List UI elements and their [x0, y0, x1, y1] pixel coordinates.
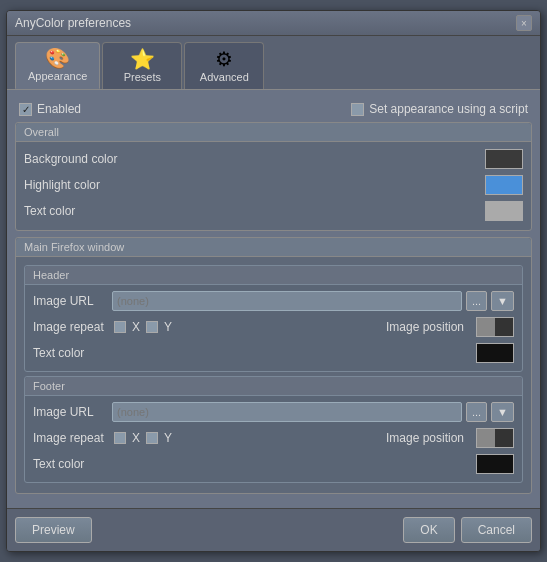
- tab-presets-label: Presets: [124, 71, 161, 83]
- background-color-label: Background color: [24, 152, 134, 166]
- script-option[interactable]: Set appearance using a script: [351, 102, 528, 116]
- header-subsection-label: Header: [25, 266, 522, 285]
- header-position-label: Image position: [386, 320, 464, 334]
- footer-subsection-content: Image URL ... ▼ Image repeat X Y: [25, 396, 522, 482]
- advanced-icon: ⚙: [215, 49, 233, 69]
- footer-image-url-label: Image URL: [33, 405, 108, 419]
- background-color-row: Background color: [24, 146, 523, 172]
- footer-subsection-label: Footer: [25, 377, 522, 396]
- top-options-row: Enabled Set appearance using a script: [15, 98, 532, 122]
- header-y-label: Y: [164, 320, 172, 334]
- appearance-icon: 🎨: [45, 48, 70, 68]
- header-subsection: Header Image URL ... ▼ Image repeat: [24, 265, 523, 372]
- footer-repeat-label: Image repeat: [33, 431, 108, 445]
- footer-subsection: Footer Image URL ... ▼ Image repeat: [24, 376, 523, 483]
- enabled-checkbox[interactable]: [19, 103, 32, 116]
- header-text-color-label: Text color: [33, 346, 143, 360]
- text-color-row: Text color: [24, 198, 523, 224]
- footer-x-label: X: [132, 431, 140, 445]
- presets-icon: ⭐: [130, 49, 155, 69]
- tab-presets[interactable]: ⭐ Presets: [102, 42, 182, 89]
- header-image-url-input[interactable]: [112, 291, 462, 311]
- header-text-color-row: Text color: [33, 340, 514, 366]
- header-repeat-label: Image repeat: [33, 320, 108, 334]
- header-browse-button[interactable]: ...: [466, 291, 487, 311]
- preview-button[interactable]: Preview: [15, 517, 92, 543]
- script-checkbox[interactable]: [351, 103, 364, 116]
- header-repeat-x-checkbox[interactable]: [114, 321, 126, 333]
- firefox-section: Main Firefox window Header Image URL ...…: [15, 237, 532, 494]
- header-image-repeat-row: Image repeat X Y Image position: [33, 314, 514, 340]
- header-subsection-content: Image URL ... ▼ Image repeat X: [25, 285, 522, 371]
- header-image-url-label: Image URL: [33, 294, 108, 308]
- preferences-window: AnyColor preferences × 🎨 Appearance ⭐ Pr…: [6, 10, 541, 552]
- overall-header: Overall: [16, 123, 531, 142]
- header-x-label: X: [132, 320, 140, 334]
- footer-text-color-row: Text color: [33, 451, 514, 477]
- text-color-swatch[interactable]: [485, 201, 523, 221]
- close-button[interactable]: ×: [516, 15, 532, 31]
- cancel-button[interactable]: Cancel: [461, 517, 532, 543]
- header-arrow-button[interactable]: ▼: [491, 291, 514, 311]
- tab-advanced[interactable]: ⚙ Advanced: [184, 42, 264, 89]
- tab-bar: 🎨 Appearance ⭐ Presets ⚙ Advanced: [7, 36, 540, 89]
- overall-section: Overall Background color Highlight color…: [15, 122, 532, 231]
- header-image-url-row: Image URL ... ▼: [33, 288, 514, 314]
- title-bar: AnyColor preferences ×: [7, 11, 540, 36]
- footer-arrow-button[interactable]: ▼: [491, 402, 514, 422]
- footer-browse-button[interactable]: ...: [466, 402, 487, 422]
- firefox-section-header: Main Firefox window: [16, 238, 531, 257]
- main-content: Enabled Set appearance using a script Ov…: [7, 89, 540, 508]
- highlight-color-swatch[interactable]: [485, 175, 523, 195]
- footer-image-url-input[interactable]: [112, 402, 462, 422]
- header-repeat-y-checkbox[interactable]: [146, 321, 158, 333]
- header-text-color-swatch[interactable]: [476, 343, 514, 363]
- footer-position-swatch[interactable]: [476, 428, 514, 448]
- overall-content: Background color Highlight color Text co…: [16, 142, 531, 230]
- footer-image-url-row: Image URL ... ▼: [33, 399, 514, 425]
- text-color-label: Text color: [24, 204, 134, 218]
- script-label: Set appearance using a script: [369, 102, 528, 116]
- footer-position-label: Image position: [386, 431, 464, 445]
- enabled-label: Enabled: [37, 102, 81, 116]
- tab-appearance[interactable]: 🎨 Appearance: [15, 42, 100, 89]
- highlight-color-label: Highlight color: [24, 178, 134, 192]
- highlight-color-row: Highlight color: [24, 172, 523, 198]
- footer-repeat-x-checkbox[interactable]: [114, 432, 126, 444]
- ok-button[interactable]: OK: [403, 517, 454, 543]
- ok-cancel-group: OK Cancel: [403, 517, 532, 543]
- enabled-option[interactable]: Enabled: [19, 102, 81, 116]
- background-color-swatch[interactable]: [485, 149, 523, 169]
- tab-advanced-label: Advanced: [200, 71, 249, 83]
- tab-appearance-label: Appearance: [28, 70, 87, 82]
- window-title: AnyColor preferences: [15, 16, 131, 30]
- header-position-swatch[interactable]: [476, 317, 514, 337]
- firefox-section-content: Header Image URL ... ▼ Image repeat: [16, 257, 531, 493]
- footer-image-repeat-row: Image repeat X Y Image position: [33, 425, 514, 451]
- footer-repeat-y-checkbox[interactable]: [146, 432, 158, 444]
- footer-y-label: Y: [164, 431, 172, 445]
- footer-text-color-swatch[interactable]: [476, 454, 514, 474]
- footer-text-color-label: Text color: [33, 457, 143, 471]
- footer-bar: Preview OK Cancel: [7, 508, 540, 551]
